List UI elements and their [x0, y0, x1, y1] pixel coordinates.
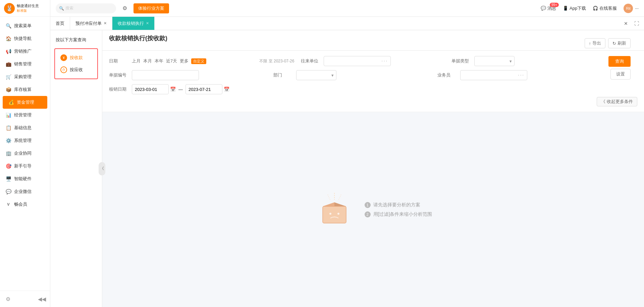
message-button[interactable]: 💬 消息 99+	[541, 5, 556, 11]
message-badge: 99+	[550, 3, 559, 7]
verify-date-end-input[interactable]	[185, 84, 222, 94]
page-header-inner: 收款核销执行(按收款) ↑ 导出 ↻ 刷新	[109, 34, 637, 42]
query-button[interactable]: 查询	[608, 56, 631, 67]
refresh-label: 刷新	[618, 40, 626, 46]
app-download-icon: 📱	[563, 6, 568, 11]
date-7days[interactable]: 近7天	[166, 58, 177, 64]
app-download-label: App下载	[570, 5, 586, 11]
refresh-icon: ↻	[612, 41, 616, 46]
sidebar-item-search-menu[interactable]: 🔍 搜索菜单	[0, 19, 50, 32]
verify-date-end-calendar[interactable]: 📅	[224, 87, 229, 92]
date-this-month[interactable]: 本月	[143, 58, 152, 64]
export-icon: ↑	[589, 41, 591, 46]
tabbar: 首页 预付冲应付单 ✕ 收款核销执行 ✕ ✕ ⛶	[50, 17, 644, 30]
date-last-month[interactable]: 上月	[132, 58, 141, 64]
purchase-icon: 🛒	[5, 74, 11, 80]
filter-by-receipt[interactable]: ¥ 按收款	[55, 52, 97, 64]
filter-collapse-btn[interactable]: 《	[99, 162, 105, 175]
collapse-more-label: 收起更多条件	[607, 99, 633, 105]
svg-line-8	[338, 195, 341, 200]
basic-info-icon: 📋	[5, 125, 11, 131]
sidebar-item-operation[interactable]: 📊 经营管理	[0, 109, 50, 121]
search-menu-icon: 🔍	[5, 23, 11, 29]
sidebar-item-enterprise[interactable]: 🏢 企业协同	[0, 147, 50, 160]
settings-button[interactable]: 设置	[610, 69, 631, 80]
svg-line-7	[328, 195, 330, 200]
online-service-button[interactable]: 🎧 在线客服	[593, 5, 617, 11]
sidebar-nav: 🔍 搜索菜单 🏠 快捷导航 📢 营销推广 💼 销售管理 🛒 采购管理 📦 库存核…	[0, 17, 50, 291]
sidebar-item-basic-info[interactable]: 📋 基础信息	[0, 121, 50, 134]
app-download-button[interactable]: 📱 App下载	[563, 5, 586, 11]
empty-tip-1: 1 请先选择要分析的方案	[365, 202, 432, 208]
verify-date-start-calendar[interactable]: 📅	[170, 87, 176, 92]
verify-date-field: 核销日期 📅 — 📅	[109, 84, 595, 94]
doc-type-field: 单据类型	[451, 56, 595, 66]
tab-home[interactable]: 首页	[50, 17, 70, 30]
sidebar-item-sales[interactable]: 💼 销售管理	[0, 58, 50, 70]
tip-2-text: 用[过滤]条件来缩小分析范围	[373, 211, 432, 217]
collapse-more-btn[interactable]: 《 收起更多条件	[597, 97, 637, 106]
sidebar-item-label: 采购管理	[14, 74, 32, 80]
user-area[interactable]: Rit ···	[624, 4, 639, 13]
sidebar-item-label: 智能硬件	[14, 176, 32, 182]
filter-by-receivable[interactable]: ⏱ 按应收	[55, 64, 97, 76]
sidebar-item-quick-nav[interactable]: 🏠 快捷导航	[0, 32, 50, 45]
topbar-search[interactable]: 🔍 搜索	[56, 3, 116, 13]
tab-prepay[interactable]: 预付冲应付单 ✕	[70, 17, 112, 30]
marketing-icon: 📢	[5, 48, 11, 54]
quick-nav-icon: 🏠	[5, 36, 11, 42]
verify-date-start-input[interactable]	[132, 84, 169, 94]
date-quick-links: 上月 本月 本年 近7天 更多 自定义	[132, 58, 206, 64]
sidebar-item-wechat[interactable]: 💬 企业微信	[0, 185, 50, 198]
partner-dots-icon: ···	[381, 58, 388, 64]
inventory-icon: 📦	[5, 87, 11, 93]
sidebar-item-inventory[interactable]: 📦 库存核算	[0, 83, 50, 96]
form-row-2: 单据编号 部门	[109, 70, 595, 80]
svg-marker-1	[323, 202, 334, 206]
date-field: 日期 上月 本月 本年 近7天 更多 自定义	[109, 58, 253, 64]
export-button[interactable]: ↑ 导出	[585, 38, 606, 48]
doc-num-input[interactable]	[132, 70, 199, 80]
tab-receivable-close[interactable]: ✕	[146, 21, 149, 25]
logo-text-group: 畅捷通好生意 标准版	[17, 3, 39, 13]
tab-receivable-label: 收款核销执行	[118, 20, 144, 27]
system-icon: ⚙️	[5, 138, 11, 144]
department-select[interactable]	[296, 70, 336, 80]
salesperson-field: 业务员 ···	[437, 70, 595, 80]
date-more[interactable]: 更多	[180, 58, 189, 64]
doc-type-select-wrapper	[474, 56, 515, 66]
operation-icon: 📊	[5, 112, 11, 118]
settings-bottom-icon[interactable]: ⚙	[3, 294, 13, 304]
member-icon: V	[5, 201, 11, 207]
svg-point-4	[329, 213, 331, 215]
date-separator: —	[178, 87, 183, 92]
smart-hw-icon: 🖥️	[5, 176, 11, 182]
collapse-sidebar-icon[interactable]: ◀◀	[37, 294, 47, 304]
topbar-left: 🔍 搜索 ⚙ 体验行业方案	[56, 3, 169, 13]
tab-receivable[interactable]: 收款核销执行 ✕	[112, 17, 155, 30]
partner-input[interactable]: ···	[324, 56, 391, 66]
filter-by-receipt-label: 按收款	[70, 55, 83, 61]
sidebar-item-smart-hw[interactable]: 🖥️ 智能硬件	[0, 172, 50, 185]
department-field: 部门	[273, 70, 431, 80]
sidebar-item-marketing[interactable]: 📢 营销推广	[0, 45, 50, 58]
search-placeholder: 搜索	[65, 5, 73, 11]
date-this-year[interactable]: 本年	[155, 58, 163, 64]
salesperson-input[interactable]: ···	[460, 70, 527, 80]
page-header: 收款核销执行(按收款) ↑ 导出 ↻ 刷新	[102, 30, 644, 51]
doc-type-select[interactable]	[474, 56, 515, 66]
topbar-gear-icon[interactable]: ⚙	[120, 4, 129, 13]
sidebar-item-purchase[interactable]: 🛒 采购管理	[0, 70, 50, 83]
department-label: 部门	[273, 72, 293, 78]
solution-button[interactable]: 体验行业方案	[133, 3, 169, 13]
sidebar-item-system[interactable]: ⚙️ 系统管理	[0, 134, 50, 147]
close-tab-icon[interactable]: ✕	[622, 19, 630, 28]
sidebar-item-member[interactable]: V 畅会员	[0, 198, 50, 211]
refresh-button[interactable]: ↻ 刷新	[608, 38, 631, 48]
tab-prepay-close[interactable]: ✕	[104, 21, 107, 25]
sidebar-item-beginner[interactable]: 🎯 新手引导	[0, 160, 50, 172]
date-custom-badge[interactable]: 自定义	[191, 58, 206, 64]
empty-svg	[314, 193, 355, 226]
sidebar-item-finance[interactable]: 💰 资金管理	[3, 96, 47, 109]
expand-tab-icon[interactable]: ⛶	[633, 19, 641, 28]
